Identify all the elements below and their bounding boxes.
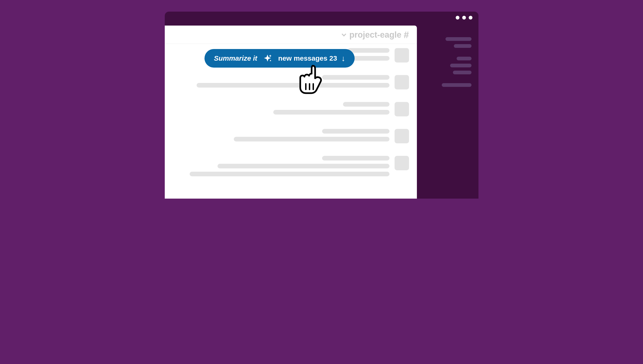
sparkle-icon	[263, 54, 273, 63]
arrow-down-icon: ↓	[341, 54, 345, 62]
sidebar-item[interactable]	[453, 70, 471, 74]
app-window: # project-eagle ↓ 23 new messages	[165, 12, 478, 198]
window-dot[interactable]	[462, 16, 466, 20]
channel-name: project-eagle	[349, 31, 401, 39]
new-messages-pill[interactable]: ↓ 23 new messages Summarize it	[205, 49, 354, 68]
sidebar	[417, 12, 478, 198]
message-list: ↓ 23 new messages Summarize it	[165, 44, 417, 198]
new-messages-label: 23 new messages	[278, 54, 337, 62]
sidebar-item[interactable]	[457, 57, 471, 60]
message-lines	[173, 102, 389, 114]
channel-content: # project-eagle ↓ 23 new messages	[165, 26, 417, 198]
window-dot[interactable]	[456, 16, 459, 20]
sidebar-item[interactable]	[442, 83, 471, 87]
message-lines	[173, 75, 389, 88]
hash-icon: #	[404, 30, 409, 40]
message-line	[348, 48, 389, 53]
stage: # project-eagle ↓ 23 new messages	[145, 0, 498, 198]
message-line	[234, 137, 389, 142]
message-line	[322, 129, 389, 134]
window-dot[interactable]	[469, 16, 472, 20]
message-line	[322, 75, 389, 80]
sidebar-group	[424, 83, 471, 87]
sidebar-item[interactable]	[445, 37, 471, 41]
sidebar-item[interactable]	[454, 44, 471, 48]
avatar	[395, 75, 409, 90]
avatar	[395, 129, 409, 143]
message-line	[343, 102, 389, 106]
message-line	[322, 156, 389, 160]
avatar	[395, 156, 409, 170]
avatar	[395, 48, 409, 62]
message-line	[273, 110, 389, 114]
pointer-cursor-icon	[298, 64, 326, 96]
message-row	[173, 102, 409, 116]
message-line	[190, 172, 389, 176]
sidebar-group	[424, 57, 471, 74]
summarize-button[interactable]: Summarize it	[214, 54, 257, 62]
message-row	[173, 129, 409, 143]
window-controls[interactable]	[456, 16, 472, 20]
message-row	[173, 75, 409, 90]
sidebar-item[interactable]	[450, 64, 471, 67]
chevron-down-icon[interactable]	[342, 32, 346, 36]
message-line	[197, 83, 389, 88]
message-lines	[173, 129, 389, 142]
channel-header[interactable]: # project-eagle	[165, 26, 417, 44]
message-row	[173, 156, 409, 176]
svg-point-0	[270, 60, 271, 61]
message-line	[218, 164, 389, 168]
sidebar-group	[424, 37, 471, 48]
avatar	[395, 102, 409, 116]
message-lines	[173, 156, 389, 176]
